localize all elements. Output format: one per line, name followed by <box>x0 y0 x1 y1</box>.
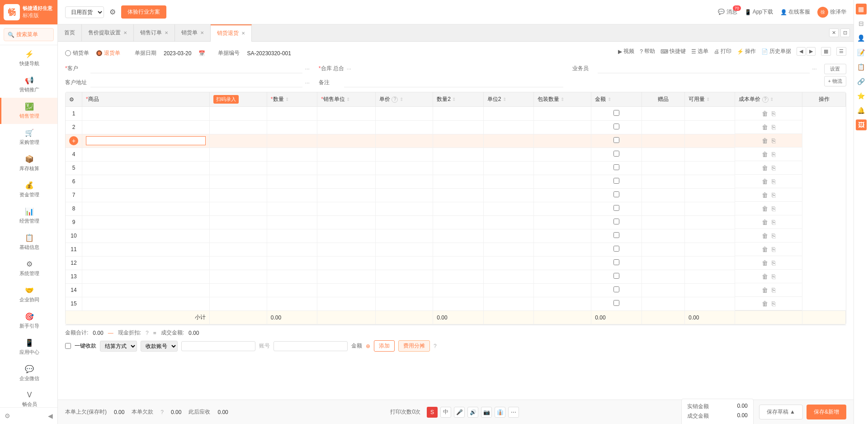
pack-qty-cell-6[interactable] <box>483 175 533 188</box>
available-sort-icon[interactable]: ⇕ <box>706 97 710 102</box>
remark-input[interactable] <box>344 78 563 87</box>
cost-price-info-icon[interactable]: ? <box>762 96 769 103</box>
save-draft-button[interactable]: 保存草稿 ▲ <box>759 405 803 419</box>
sale-unit-cell-9[interactable] <box>267 215 317 229</box>
unit-price-cell-11[interactable] <box>317 243 376 256</box>
gift-checkbox-7[interactable] <box>613 191 619 197</box>
cost-price-cell-13[interactable] <box>685 270 735 283</box>
user-menu[interactable]: 徐 徐泽华 <box>817 7 846 18</box>
sidebar-collapse-btn[interactable]: ◀ <box>47 411 54 420</box>
copy-row-btn-7[interactable]: ⎘ <box>771 190 776 200</box>
unit-price-sort-icon[interactable]: ⇕ <box>400 97 403 102</box>
amount-input[interactable] <box>274 341 348 351</box>
qty2-cell-5[interactable] <box>376 161 433 175</box>
goods-cell-3[interactable] <box>82 134 210 148</box>
gift-cell-10[interactable] <box>591 229 642 243</box>
right-panel-split-view[interactable]: ⊟ <box>856 18 867 29</box>
trial-plan-button[interactable]: 体验行业方案 <box>121 5 166 19</box>
add-icon[interactable]: ⊕ <box>366 343 370 349</box>
unit2-cell-7[interactable] <box>433 188 483 202</box>
unit2-cell-11[interactable] <box>433 243 483 256</box>
delete-row-btn-14[interactable]: 🗑 <box>761 285 769 295</box>
tool-more-icon[interactable]: ⋯ <box>508 407 519 418</box>
tool-mic-icon[interactable]: 🎤 <box>454 407 465 418</box>
qty-cell-8[interactable] <box>209 202 267 215</box>
sale-unit-cell-1[interactable] <box>267 107 317 121</box>
tab-sale-delivery[interactable]: 销货单 ✕ <box>175 24 211 42</box>
expand-tab-button[interactable]: ⊡ <box>840 29 850 37</box>
sale-unit-cell-3[interactable] <box>267 134 317 148</box>
unit-price-cell-10[interactable] <box>317 229 376 243</box>
gift-cell-4[interactable] <box>591 148 642 161</box>
gift-cell-3[interactable] <box>591 134 642 148</box>
radio-return-order[interactable]: 退货单 <box>96 49 120 57</box>
unit-price-cell-2[interactable] <box>317 120 376 134</box>
sale-unit-cell-13[interactable] <box>267 270 317 283</box>
copy-row-btn-13[interactable]: ⎘ <box>771 272 776 281</box>
sidebar-item-wechat[interactable]: 💬 企业微信 <box>0 360 57 386</box>
unit2-cell-8[interactable] <box>433 202 483 215</box>
unit-price-cell-1[interactable] <box>317 107 376 121</box>
qty-cell-4[interactable] <box>209 148 267 161</box>
right-panel-user[interactable]: 👤 <box>856 33 867 43</box>
unit2-cell-4[interactable] <box>433 148 483 161</box>
gift-checkbox-1[interactable] <box>613 110 619 116</box>
goods-cell-10[interactable] <box>82 229 210 243</box>
amount-cell-11[interactable] <box>534 243 591 256</box>
gift-cell-9[interactable] <box>591 215 642 229</box>
delete-row-btn-15[interactable]: 🗑 <box>761 299 769 308</box>
copy-row-btn-1[interactable]: ⎘ <box>771 109 776 118</box>
right-panel-link[interactable]: 🔗 <box>856 76 867 87</box>
amount-cell-13[interactable] <box>534 270 591 283</box>
unit2-cell-14[interactable] <box>433 283 483 297</box>
sidebar-item-guide[interactable]: 🎯 新手引导 <box>0 308 57 334</box>
qty-cell-11[interactable] <box>209 243 267 256</box>
pack-qty-cell-9[interactable] <box>483 215 533 229</box>
qty-cell-6[interactable] <box>209 175 267 188</box>
unit-price-cell-4[interactable] <box>317 148 376 161</box>
cost-price-cell-5[interactable] <box>685 161 735 175</box>
operate-link[interactable]: ⚡ 操作 <box>737 48 756 55</box>
amount-cell-1[interactable] <box>534 107 591 121</box>
unit2-cell-3[interactable] <box>433 134 483 148</box>
sidebar-item-purchase[interactable]: 🛒 采购管理 <box>0 124 57 150</box>
sale-unit-sort-icon[interactable]: ⇕ <box>346 97 350 102</box>
qty2-cell-11[interactable] <box>376 243 433 256</box>
staff-input[interactable] <box>598 64 810 73</box>
delete-row-btn-4[interactable]: 🗑 <box>761 149 769 159</box>
tab-sale-return-close[interactable]: ✕ <box>241 31 245 36</box>
amount-cell-10[interactable] <box>534 229 591 243</box>
pack-qty-cell-7[interactable] <box>483 188 533 202</box>
unit2-sort-icon[interactable]: ⇕ <box>503 97 506 102</box>
tool-s-icon[interactable]: S <box>427 407 438 418</box>
tab-sale-order-close[interactable]: ✕ <box>165 30 168 35</box>
delete-row-btn-3[interactable]: 🗑 <box>761 136 769 145</box>
address-input[interactable] <box>90 78 302 87</box>
sidebar-item-inventory[interactable]: 📦 库存核算 <box>0 150 57 176</box>
right-panel-bell[interactable]: 🔔 <box>856 105 867 116</box>
history-link[interactable]: 📄 历史单据 <box>761 48 791 55</box>
account-select[interactable]: 收款账号 <box>141 341 178 352</box>
sidebar-item-sales[interactable]: 💹 销售管理 <box>0 98 57 124</box>
cost-price-cell-8[interactable] <box>685 202 735 215</box>
pack-qty-cell-2[interactable] <box>483 120 533 134</box>
cost-price-sort-icon[interactable]: ⇕ <box>770 97 774 102</box>
copy-row-btn-2[interactable]: ⎘ <box>771 122 776 132</box>
gift-cell-14[interactable] <box>591 283 642 297</box>
industry-select[interactable]: 日用百货 <box>65 6 104 18</box>
gift-cell-15[interactable] <box>591 297 642 311</box>
qty-cell-5[interactable] <box>209 161 267 175</box>
logistics-side-btn[interactable]: + 物流 <box>824 76 846 86</box>
qty-cell-3[interactable] <box>209 134 267 148</box>
account-input[interactable] <box>181 341 255 351</box>
print-link[interactable]: 🖨 打印 <box>714 48 731 55</box>
gift-checkbox-9[interactable] <box>613 219 619 224</box>
sidebar-item-quick-nav[interactable]: ⚡ 快捷导航 <box>0 45 57 71</box>
sale-unit-cell-11[interactable] <box>267 243 317 256</box>
copy-row-btn-9[interactable]: ⎘ <box>771 217 776 227</box>
gift-checkbox-2[interactable] <box>613 124 619 129</box>
message-button[interactable]: 💬 消息 70 <box>718 8 737 16</box>
settings-side-btn[interactable]: 设置 <box>824 64 846 74</box>
copy-row-btn-4[interactable]: ⎘ <box>771 149 776 159</box>
cost-price-cell-11[interactable] <box>685 243 735 256</box>
